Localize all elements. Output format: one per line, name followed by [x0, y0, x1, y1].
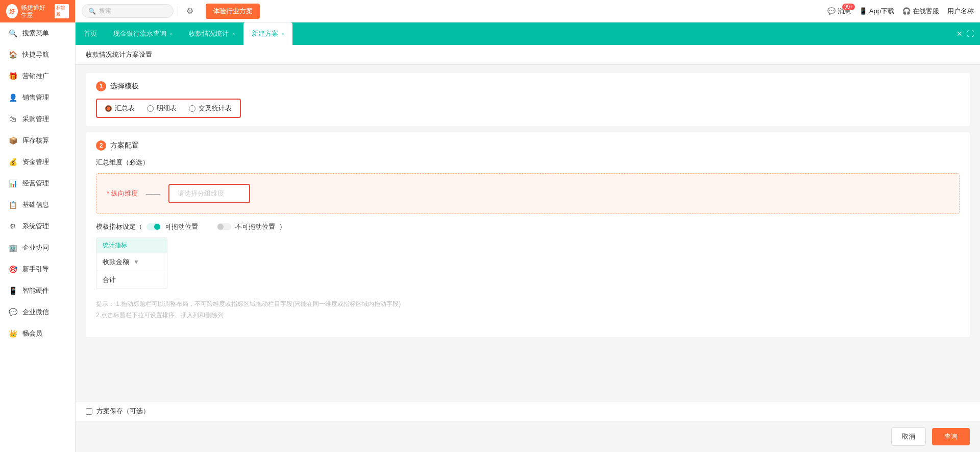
tab-collection-stat[interactable]: 收款情况统计 ×	[181, 22, 243, 45]
box-icon: 📦	[8, 136, 17, 145]
sidebar-logo: 好 畅捷通好生意 标准版	[0, 0, 75, 22]
sidebar: 好 畅捷通好生意 标准版 🔍 搜索菜单 🏠 快捷导航 🎁 营销推广 👤 销售管理…	[0, 0, 76, 452]
metrics-dropdown-btn[interactable]: ▼	[133, 258, 139, 266]
gear-icon: ⚙	[8, 222, 17, 231]
service-icon: 🎧	[902, 7, 911, 15]
dimension-placeholder: 请选择分组维度	[178, 189, 224, 197]
footer-actions: 取消 查询	[76, 421, 980, 452]
tab-home[interactable]: 首页	[76, 22, 105, 45]
radio-detail[interactable]	[147, 105, 154, 112]
sidebar-item-wechat[interactable]: 💬 企业微信	[0, 301, 75, 323]
save-label[interactable]: 方案保存（可选）	[96, 407, 150, 416]
building-icon: 🏢	[8, 243, 17, 252]
sidebar-item-label: 搜索菜单	[22, 29, 49, 38]
tip-1: 提示： 1.拖动标题栏可以调整布局，不可跨维度或指标区域拖动栏目字段(只能在同一…	[96, 299, 960, 310]
sidebar-item-member[interactable]: 👑 畅会员	[0, 323, 75, 344]
section1-header: 1 选择模板	[96, 81, 960, 91]
query-button[interactable]: 查询	[932, 428, 970, 445]
target-icon: 🎯	[8, 265, 17, 274]
sidebar-item-smart-hw[interactable]: 📱 智能硬件	[0, 280, 75, 301]
chart-icon: 📊	[8, 179, 17, 188]
section-template: 1 选择模板 汇总表 明细表 交叉统计表	[86, 73, 970, 126]
tab-new-plan-label: 新建方案	[252, 29, 278, 38]
search-placeholder: 搜索	[99, 7, 111, 15]
main-area: 🔍 搜索 ⚙ 体验行业方案 💬 消息 99+ 📱 App下载 🎧 在线客服 用户…	[76, 0, 980, 452]
option-detail-label: 明细表	[157, 104, 177, 113]
tab-bank-flow[interactable]: 现金银行流水查询 ×	[105, 22, 181, 45]
logo-badge: 标准版	[55, 4, 69, 18]
section2-title: 方案配置	[110, 141, 139, 150]
metrics-config-label: 模板指标设定（ 可拖动位置 不可拖动位置 ）	[96, 222, 960, 231]
user-icon: 👤	[8, 93, 17, 102]
settings-btn[interactable]: ⚙	[182, 4, 198, 19]
tab-collection-stat-close[interactable]: ×	[232, 31, 235, 37]
save-section: 方案保存（可选）	[76, 401, 980, 421]
mobile-icon: 📱	[8, 286, 17, 295]
download-btn[interactable]: 📱 App下载	[859, 7, 894, 16]
option-summary-label: 汇总表	[115, 104, 135, 113]
topbar-divider	[178, 6, 178, 16]
sidebar-item-label: 资金管理	[22, 157, 49, 166]
sidebar-item-system[interactable]: ⚙ 系统管理	[0, 216, 75, 237]
sidebar-item-label: 企业协同	[22, 243, 49, 252]
sidebar-item-label: 智能硬件	[22, 286, 49, 295]
dimension-arrow: ——	[146, 189, 160, 198]
tab-new-plan-close[interactable]: ×	[281, 31, 284, 37]
option-cross[interactable]: 交叉统计表	[189, 104, 232, 113]
sidebar-item-purchase[interactable]: 🛍 采购管理	[0, 108, 75, 130]
user-avatar[interactable]: 用户名称	[947, 7, 974, 16]
content-body: 1 选择模板 汇总表 明细表 交叉统计表	[76, 65, 980, 401]
sidebar-item-label: 销售管理	[22, 93, 49, 102]
topbar: 🔍 搜索 ⚙ 体验行业方案 💬 消息 99+ 📱 App下载 🎧 在线客服 用户…	[76, 0, 980, 22]
service-btn[interactable]: 🎧 在线客服	[902, 7, 939, 16]
dimension-select[interactable]: 请选择分组维度	[168, 184, 250, 203]
sidebar-item-quick-nav[interactable]: 🏠 快捷导航	[0, 44, 75, 65]
metrics-cell-label: 收款金额	[103, 257, 129, 267]
tab-bank-flow-close[interactable]: ×	[169, 31, 173, 37]
tabbar-close-btn[interactable]: ✕	[957, 30, 963, 38]
sidebar-item-operation[interactable]: 📊 经营管理	[0, 173, 75, 194]
sidebar-item-enterprise[interactable]: 🏢 企业协同	[0, 237, 75, 258]
cancel-button[interactable]: 取消	[891, 427, 926, 446]
sidebar-item-label: 基础信息	[22, 200, 49, 209]
tabbar-maximize-btn[interactable]: ⛶	[967, 30, 974, 38]
home-icon: 🏠	[8, 50, 17, 59]
section1-title: 选择模板	[110, 82, 139, 91]
radio-summary[interactable]	[105, 105, 112, 112]
sidebar-item-label: 库存核算	[22, 136, 49, 145]
dimension-area: * 纵向维度 —— 请选择分组维度	[96, 173, 960, 214]
option-detail[interactable]: 明细表	[147, 104, 177, 113]
message-badge[interactable]: 💬 消息 99+	[827, 7, 851, 16]
sidebar-item-basic-info[interactable]: 📋 基础信息	[0, 194, 75, 216]
search-icon-topbar: 🔍	[88, 8, 96, 15]
section2-number: 2	[96, 140, 106, 151]
money-icon: 💰	[8, 157, 17, 166]
message-icon: 💬	[827, 7, 836, 15]
sidebar-item-marketing[interactable]: 🎁 营销推广	[0, 65, 75, 87]
page-content: 收款情况统计方案设置 1 选择模板 汇总表 明细表	[76, 45, 980, 452]
sidebar-item-sales[interactable]: 👤 销售管理	[0, 87, 75, 108]
tabbar: 首页 现金银行流水查询 × 收款情况统计 × 新建方案 × ✕ ⛶	[76, 22, 980, 45]
metrics-cell-amount[interactable]: 收款金额 ▼	[96, 253, 167, 271]
sidebar-item-guide[interactable]: 🎯 新手引导	[0, 258, 75, 280]
tab-new-plan[interactable]: 新建方案 ×	[243, 22, 292, 45]
logo-text: 畅捷通好生意	[21, 4, 52, 19]
sidebar-item-finance[interactable]: 💰 资金管理	[0, 151, 75, 173]
save-checkbox[interactable]	[86, 408, 92, 415]
radio-cross[interactable]	[189, 105, 195, 112]
sidebar-item-label: 采购管理	[22, 114, 49, 124]
sidebar-item-search-menu[interactable]: 🔍 搜索菜单	[0, 22, 75, 44]
metrics-sep	[204, 222, 211, 231]
service-label: 在线客服	[913, 7, 939, 16]
section2-header: 2 方案配置	[96, 140, 960, 151]
content-header: 收款情况统计方案设置	[76, 45, 980, 65]
drag-indicator	[146, 223, 161, 230]
metrics-table: 统计指标 收款金额 ▼ 合计	[96, 237, 167, 289]
option-summary[interactable]: 汇总表	[105, 104, 135, 113]
topbar-search[interactable]: 🔍 搜索	[82, 4, 174, 18]
download-label: App下载	[869, 7, 894, 16]
industry-btn[interactable]: 体验行业方案	[206, 4, 260, 19]
metrics-table-header: 统计指标	[96, 238, 167, 253]
option-cross-label: 交叉统计表	[199, 104, 232, 113]
sidebar-item-inventory[interactable]: 📦 库存核算	[0, 130, 75, 151]
